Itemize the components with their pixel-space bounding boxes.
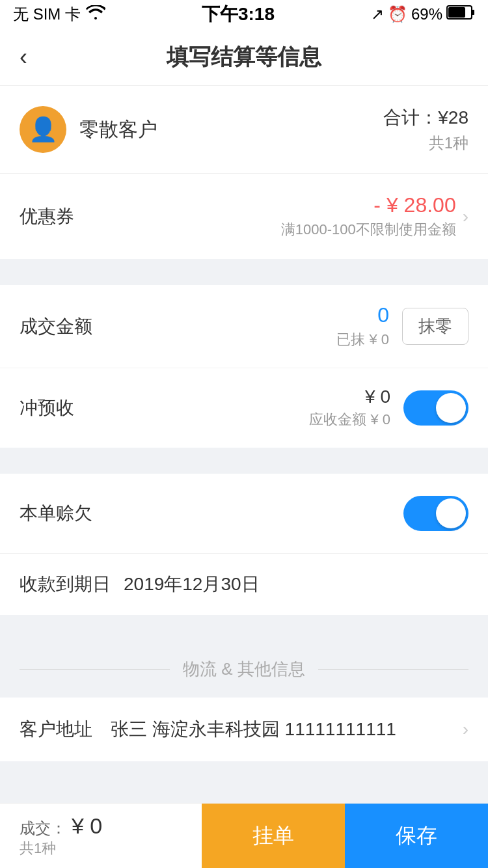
hang-order-label: 挂单 — [252, 822, 294, 850]
svg-rect-1 — [472, 10, 474, 15]
customer-name: 零散客户 — [79, 116, 157, 143]
svg-rect-2 — [448, 7, 465, 18]
divider-3 — [0, 628, 488, 641]
nav-bar: ‹ 填写结算等信息 — [0, 29, 488, 86]
battery-label: 69% — [411, 5, 442, 23]
pre-receipt-label: 冲预收 — [20, 396, 74, 420]
logistics-header: 物流 & 其他信息 — [0, 641, 488, 698]
customer-total: 合计：¥28 — [383, 105, 468, 130]
round-zero-button[interactable]: 抹零 — [402, 308, 468, 345]
carrier-label: 无 SIM 卡 — [13, 4, 81, 25]
customer-left: 👤 零散客户 — [20, 106, 157, 153]
bottom-bar: 成交： ¥ 0 共1种 挂单 保存 — [0, 803, 488, 868]
pre-amount-block: ¥ 0 应收金额 ¥ 0 — [309, 387, 390, 429]
deal-section: 成交金额 0 已抹 ¥ 0 抹零 冲预收 ¥ 0 应收金额 ¥ 0 — [0, 285, 488, 448]
deal-amount-block: 0 已抹 ¥ 0 — [336, 303, 389, 349]
logistics-line-left — [20, 669, 170, 670]
address-label: 客户地址 — [20, 717, 98, 742]
divider-2 — [0, 461, 488, 474]
bottom-info: 成交： ¥ 0 共1种 — [0, 804, 202, 868]
alarm-icon: ⏰ — [388, 5, 407, 23]
customer-section: 👤 零散客户 合计：¥28 共1种 优惠券 - ¥ 28.00 满1000-10… — [0, 86, 488, 259]
address-row[interactable]: 客户地址 张三 海淀永丰科技园 11111111111 › — [0, 698, 488, 761]
status-left: 无 SIM 卡 — [13, 4, 105, 25]
coupon-row[interactable]: 优惠券 - ¥ 28.00 满1000-100不限制使用金额 › — [0, 173, 488, 259]
page-title: 填写结算等信息 — [167, 42, 321, 72]
debt-section: 本单赊欠 收款到期日 2019年12月30日 — [0, 474, 488, 615]
customer-count: 共1种 — [383, 133, 468, 154]
coupon-info: - ¥ 28.00 满1000-100不限制使用金额 — [281, 193, 456, 239]
chevron-right-icon: › — [463, 206, 468, 227]
location-icon: ↗ — [371, 5, 384, 23]
coupon-label: 优惠券 — [20, 204, 74, 229]
due-date-label: 收款到期日 — [20, 572, 111, 597]
status-bar: 无 SIM 卡 下午3:18 ↗ ⏰ 69% — [0, 0, 488, 29]
customer-avatar: 👤 — [20, 106, 66, 153]
pre-receipt-toggle[interactable] — [403, 390, 468, 426]
address-value: 张三 海淀永丰科技园 11111111111 — [111, 717, 463, 742]
coupon-right: - ¥ 28.00 满1000-100不限制使用金额 › — [281, 193, 468, 239]
wifi-icon — [86, 5, 105, 23]
due-date-row: 收款到期日 2019年12月30日 — [0, 553, 488, 615]
bottom-deal-label: 成交： — [20, 818, 66, 839]
debt-toggle-knob — [436, 498, 466, 528]
avatar-icon: 👤 — [29, 116, 58, 143]
back-button[interactable]: ‹ — [20, 44, 27, 71]
address-section: 客户地址 张三 海淀永丰科技园 11111111111 › — [0, 698, 488, 761]
save-label: 保存 — [396, 822, 437, 850]
debt-toggle[interactable] — [403, 496, 468, 531]
pre-amount-value: ¥ 0 — [309, 387, 390, 407]
due-date-value: 2019年12月30日 — [124, 572, 260, 597]
save-button[interactable]: 保存 — [345, 804, 488, 868]
status-time: 下午3:18 — [202, 2, 275, 27]
pre-receipt-row: 冲预收 ¥ 0 应收金额 ¥ 0 — [0, 368, 488, 448]
divider-1 — [0, 272, 488, 285]
status-right: ↗ ⏰ 69% — [371, 5, 475, 23]
deal-amount-value: 0 — [336, 303, 389, 327]
coupon-amount: - ¥ 28.00 — [281, 193, 456, 217]
deal-right: 0 已抹 ¥ 0 抹零 — [336, 303, 468, 349]
bottom-amount: ¥ 0 — [72, 813, 102, 839]
debt-label: 本单赊欠 — [20, 501, 92, 526]
deal-amount-label: 成交金额 — [20, 314, 92, 339]
deal-sub-text: 已抹 ¥ 0 — [336, 330, 389, 349]
customer-row: 👤 零散客户 合计：¥28 共1种 — [0, 86, 488, 173]
pre-right: ¥ 0 应收金额 ¥ 0 — [309, 387, 468, 429]
logistics-line-right — [318, 669, 468, 670]
battery-icon — [446, 5, 475, 23]
logistics-title: 物流 & 其他信息 — [183, 658, 305, 681]
toggle-knob — [436, 393, 466, 423]
address-chevron-icon: › — [463, 719, 468, 740]
hang-order-button[interactable]: 挂单 — [202, 804, 345, 868]
debt-row: 本单赊欠 — [0, 474, 488, 553]
pre-sub-text: 应收金额 ¥ 0 — [309, 410, 390, 429]
coupon-desc: 满1000-100不限制使用金额 — [281, 220, 456, 239]
deal-amount-row: 成交金额 0 已抹 ¥ 0 抹零 — [0, 285, 488, 368]
customer-right: 合计：¥28 共1种 — [383, 105, 468, 154]
bottom-count: 共1种 — [20, 839, 182, 858]
